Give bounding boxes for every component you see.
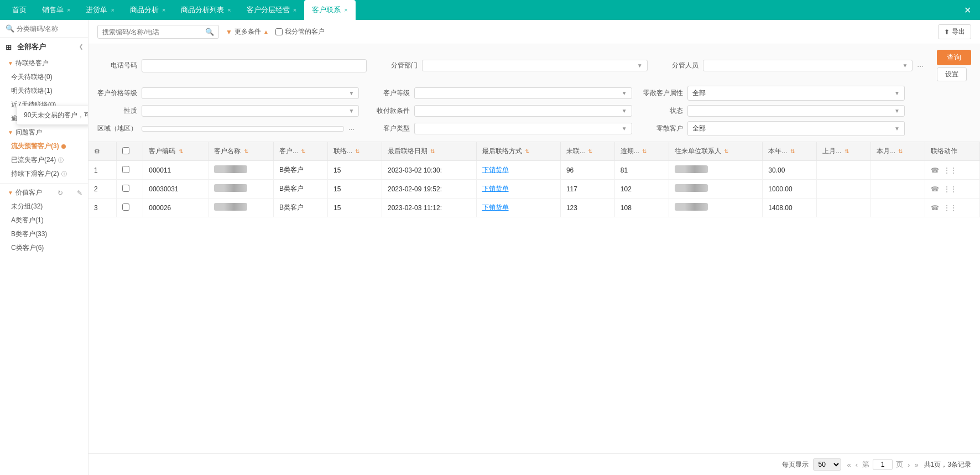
action-contact-icon-2[interactable]: ☎ — [931, 204, 939, 212]
action-more-icon-1[interactable]: ⋮⋮ — [943, 185, 957, 193]
th-name[interactable]: 客户名称 ⇅ — [208, 142, 274, 161]
close-all-tabs-button[interactable]: ✕ — [960, 5, 976, 15]
status-select[interactable]: ▼ — [687, 105, 905, 117]
filter-cell-customer-level: 客户等级 ▼ — [370, 87, 632, 99]
sidebar-item-class-c[interactable]: C类客户(6) — [0, 241, 88, 255]
tab-close-sales[interactable]: × — [67, 7, 70, 13]
last-method-link-2[interactable]: 下销货单 — [482, 203, 509, 211]
export-button[interactable]: ⬆ 导出 — [938, 24, 971, 39]
value-refresh-icon[interactable]: ↻ — [58, 189, 63, 197]
cell-code-0: 000011 — [143, 161, 208, 180]
table-footer: 每页显示 50 20 100 « ‹ 第 页 › » 共1页，3条记录 — [88, 453, 980, 475]
customer-type-select[interactable]: ▼ — [414, 123, 632, 134]
cell-last-method-1[interactable]: 下销货单 — [476, 180, 560, 199]
cell-name-1 — [208, 180, 274, 199]
th-contact-person[interactable]: 往来单位联系人 ⇅ — [669, 142, 763, 161]
main-search-icon[interactable]: 🔍 — [205, 28, 214, 36]
th-code[interactable]: 客户编码 ⇅ — [143, 142, 208, 161]
sidebar-item-class-b[interactable]: B类客户(33) — [0, 227, 88, 241]
action-more-icon-0[interactable]: ⋮⋮ — [943, 166, 957, 174]
customer-level-select[interactable]: ▼ — [414, 87, 632, 99]
tab-close-customer-contact[interactable]: × — [344, 7, 347, 13]
tab-close-purchase[interactable]: × — [111, 7, 114, 13]
value-edit-icon[interactable]: ✎ — [77, 189, 82, 197]
sidebar-item-ungroup[interactable]: 未分组(32) — [0, 200, 88, 213]
settings-button[interactable]: 设置 — [937, 67, 967, 81]
th-last-month[interactable]: 上月... ⇅ — [817, 142, 871, 161]
tab-close-customer-layered[interactable]: × — [293, 7, 296, 13]
tab-product-analysis[interactable]: 商品分析 × — [122, 0, 173, 20]
cell-contact-person-0 — [669, 161, 763, 180]
action-contact-icon-0[interactable]: ☎ — [931, 166, 939, 174]
last-page-button[interactable]: » — [913, 461, 919, 469]
select-all-checkbox[interactable] — [122, 147, 129, 154]
row-checkbox-1[interactable] — [122, 185, 129, 192]
tab-purchase[interactable]: 进货单 × — [78, 0, 122, 20]
th-uncontacted[interactable]: 未联... ⇅ — [560, 142, 614, 161]
tab-customer-contact[interactable]: 客户联系 × — [304, 0, 355, 20]
sidebar-group-pending[interactable]: ▼ 待联络客户 — [0, 56, 88, 70]
cell-last-date-0: 2023-03-02 10:30: — [382, 161, 476, 180]
gender-select[interactable]: ▼ — [142, 105, 359, 117]
tab-homepage[interactable]: 首页 — [4, 0, 34, 20]
person-select[interactable]: ▼ — [703, 60, 913, 71]
sidebar-item-today-pending[interactable]: 今天待联络(0) — [0, 70, 88, 84]
th-last-method[interactable]: 最后联络方式 ⇅ — [476, 142, 560, 161]
more-conditions-button[interactable]: ▼ 更多条件 ▲ — [226, 27, 269, 36]
sidebar-group-problem[interactable]: ▼ 问题客户 — [0, 126, 88, 139]
main-search-input[interactable] — [102, 28, 205, 36]
sidebar-group-value[interactable]: ▼ 价值客户 ↻ ✎ — [0, 186, 88, 200]
th-settings[interactable]: ⚙ — [88, 142, 116, 161]
sidebar-item-declining[interactable]: 持续下滑客户(2) ⓘ — [0, 167, 88, 181]
dept-select[interactable]: ▼ — [422, 60, 647, 71]
prev-page-button[interactable]: ‹ — [854, 461, 859, 469]
cell-last-method-2[interactable]: 下销货单 — [476, 199, 560, 217]
cell-last-method-0[interactable]: 下销货单 — [476, 161, 560, 180]
page-size-select[interactable]: 50 20 100 — [813, 458, 841, 471]
price-level-select[interactable]: ▼ — [142, 87, 359, 99]
payment-select[interactable]: ▼ — [414, 105, 632, 117]
action-contact-icon-1[interactable]: ☎ — [931, 185, 939, 193]
cell-checkbox-2[interactable] — [116, 199, 143, 217]
first-page-button[interactable]: « — [846, 461, 852, 469]
th-this-month[interactable]: 本月... ⇅ — [871, 142, 925, 161]
sidebar-item-churn-warning[interactable]: 流失预警客户(3) — [0, 139, 88, 153]
th-type[interactable]: 客户... ⇅ — [274, 142, 328, 161]
cell-checkbox-0[interactable] — [116, 161, 143, 180]
row-checkbox-2[interactable] — [122, 203, 129, 211]
tab-close-product-analysis-list[interactable]: × — [227, 7, 231, 13]
tab-product-analysis-list[interactable]: 商品分析列表 × — [173, 0, 238, 20]
tab-customer-layered[interactable]: 客户分层经营 × — [239, 0, 304, 20]
sidebar-item-class-a[interactable]: A类客户(1) — [0, 213, 88, 227]
query-button[interactable]: 查询 — [937, 50, 971, 65]
zero-attr-select[interactable]: 全部 ▼ — [687, 86, 905, 101]
sidebar-item-churned[interactable]: 已流失客户(24) ⓘ — [0, 153, 88, 167]
sidebar-search-input[interactable] — [17, 25, 82, 33]
cell-action-0[interactable]: ☎ ⋮⋮ — [925, 161, 980, 180]
all-customers-header[interactable]: ⊞ 全部客户 《 — [0, 38, 88, 56]
last-method-link-1[interactable]: 下销货单 — [482, 185, 509, 192]
th-checkbox[interactable] — [116, 142, 143, 161]
sidebar-item-tomorrow-pending[interactable]: 明天待联络(1) — [0, 84, 88, 98]
tab-close-product-analysis[interactable]: × — [162, 7, 165, 13]
region-select[interactable] — [142, 126, 344, 132]
cell-checkbox-1[interactable] — [116, 180, 143, 199]
last-method-link-0[interactable]: 下销货单 — [482, 166, 509, 174]
zero-customer-select[interactable]: 全部 ▼ — [687, 121, 905, 136]
my-customers-checkbox[interactable] — [275, 28, 283, 35]
cell-action-1[interactable]: ☎ ⋮⋮ — [925, 180, 980, 199]
cell-action-2[interactable]: ☎ ⋮⋮ — [925, 199, 980, 217]
person-more-icon[interactable]: ··· — [913, 61, 928, 70]
th-last-date[interactable]: 最后联络日期 ⇅ — [382, 142, 476, 161]
action-more-icon-2[interactable]: ⋮⋮ — [943, 204, 957, 212]
th-contact[interactable]: 联络... ⇅ — [328, 142, 382, 161]
region-more-icon[interactable]: ··· — [344, 124, 359, 133]
tab-sales[interactable]: 销售单 × — [34, 0, 78, 20]
row-checkbox-0[interactable] — [122, 166, 129, 173]
phone-input[interactable] — [142, 59, 367, 72]
th-this-year[interactable]: 本年... ⇅ — [763, 142, 817, 161]
th-overdue[interactable]: 逾期... ⇅ — [614, 142, 669, 161]
sort-this-year-icon: ⇅ — [790, 148, 795, 154]
page-number-input[interactable] — [873, 459, 893, 470]
next-page-button[interactable]: › — [906, 461, 911, 469]
